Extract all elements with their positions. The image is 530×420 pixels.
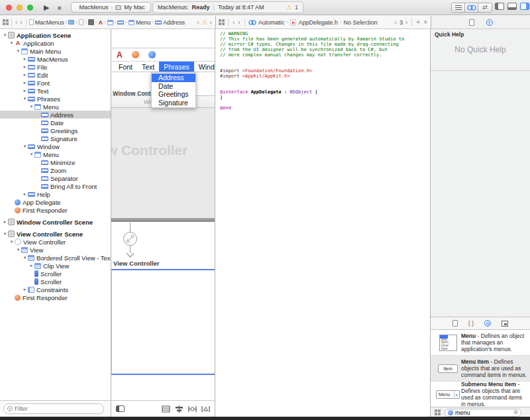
folder-icon[interactable]	[68, 20, 74, 25]
scheme-selector[interactable]: MacMenus › My Mac	[71, 2, 151, 13]
disclosure-triangle[interactable]: ▾	[9, 40, 15, 46]
code-line[interactable]: // more complex manual changes may not t…	[220, 52, 430, 58]
outline-item-bring-all-to-front[interactable]: Bring All to Front	[0, 182, 111, 190]
outline-item-view[interactable]: ▾View	[0, 246, 111, 254]
outline-item-edit[interactable]: ▸Edit	[0, 71, 111, 79]
application-crumb-icon[interactable]: A	[98, 19, 103, 26]
code-line[interactable]: @end	[220, 105, 430, 111]
outline-item-minimize[interactable]: Minimize	[0, 158, 111, 166]
warning-count[interactable]: 1	[295, 4, 298, 11]
stop-button[interactable]: ■	[57, 4, 61, 11]
library-item-submenu-menu-item[interactable]: Menu▸Submenu Menu Item - Defines objects…	[431, 382, 530, 407]
disclosure-triangle[interactable]: ▸	[28, 263, 34, 268]
outline-item-view-controller-scene[interactable]: ▾View Controller Scene	[0, 230, 111, 238]
breadcrumb-project[interactable]: MacMenus	[35, 19, 64, 26]
toggle-utilities-button[interactable]	[520, 3, 529, 10]
close-window-button[interactable]	[6, 5, 12, 11]
code-snippet-library-icon[interactable]: { }	[468, 321, 474, 327]
designed-menu-font[interactable]: Font	[114, 62, 137, 72]
assistant-file[interactable]: AppDelegate.h	[298, 19, 338, 26]
disclosure-triangle[interactable]: ▾	[22, 96, 28, 101]
disclosure-triangle[interactable]: ▾	[28, 104, 34, 109]
outline-item-app-delegate[interactable]: App Delegate	[0, 198, 111, 206]
file-icon[interactable]	[79, 19, 83, 25]
outline-item-zoom[interactable]: Zoom	[0, 166, 111, 174]
disclosure-triangle[interactable]: ▸	[22, 80, 28, 85]
outline-item-menu[interactable]: ▾Menu	[0, 103, 111, 111]
add-assistant-button[interactable]: +	[415, 19, 421, 26]
menu-item-crumb-icon[interactable]	[117, 21, 124, 25]
disclosure-triangle[interactable]: ▸	[22, 88, 28, 93]
first-responder-icon[interactable]	[132, 51, 139, 58]
file-template-library-icon[interactable]	[452, 320, 458, 327]
dropdown-item-date[interactable]: Date	[152, 82, 195, 91]
back-button[interactable]: ‹	[232, 19, 235, 26]
disclosure-triangle[interactable]: ▾	[15, 247, 21, 252]
run-button[interactable]: ▶	[44, 3, 49, 12]
outline-item-first-responder[interactable]: First Responder	[0, 293, 111, 301]
forward-button[interactable]: ›	[19, 19, 23, 26]
project-doc-icon[interactable]	[29, 19, 34, 25]
outline-item-font[interactable]: ▸Font	[0, 79, 111, 87]
outline-item-main-menu[interactable]: ▾Main Menu	[0, 47, 111, 55]
code-line[interactable]: @interface AppDelegate : NSObject {	[220, 89, 430, 95]
pin-constraints-button[interactable]	[188, 405, 197, 413]
next-issue-button[interactable]: ›	[209, 19, 213, 26]
outline-item-first-responder[interactable]: First Responder	[0, 206, 111, 214]
toggle-debug-area-button[interactable]	[507, 3, 517, 10]
back-button[interactable]: ‹	[15, 19, 18, 26]
issue-warning-icon[interactable]: ⚠	[202, 19, 207, 26]
outline-item-window-controller-scene[interactable]: ▸Window Controller Scene	[0, 218, 111, 226]
assistant-editor-button[interactable]	[465, 3, 478, 12]
breadcrumb-menu[interactable]: Menu	[136, 19, 151, 26]
breadcrumb-item[interactable]: Address	[163, 19, 185, 26]
code-line[interactable]: // This file has been generated automati…	[220, 36, 430, 42]
filter-input[interactable]	[15, 405, 100, 412]
disclosure-triangle[interactable]: ▾	[2, 231, 8, 236]
disclosure-triangle[interactable]: ▾	[2, 32, 8, 38]
code-line[interactable]	[220, 63, 430, 68]
library-item-menu-item[interactable]: ItemMenu Item - Defines objects that are…	[431, 356, 530, 382]
code-line[interactable]: #import <Foundation/Foundation.h>	[220, 68, 430, 74]
clear-search-icon[interactable]: ⊗	[513, 409, 518, 415]
history-forward-button[interactable]: ›	[405, 19, 408, 26]
outline-item-phrases[interactable]: ▾Phrases	[0, 95, 111, 103]
source-code-editor[interactable]: // WARNING// This file has been generate…	[215, 29, 431, 420]
outline-item-application-scene[interactable]: ▾Application Scene	[0, 31, 111, 39]
designed-menu-window[interactable]: Window	[194, 62, 215, 72]
library-search-input[interactable]	[455, 409, 511, 416]
zoom-window-button[interactable]	[27, 5, 33, 11]
toggle-document-outline-button[interactable]	[116, 405, 125, 412]
disclosure-triangle[interactable]: ▸	[22, 72, 28, 78]
related-items-icon[interactable]	[219, 19, 225, 25]
previous-issue-button[interactable]: ‹	[196, 19, 199, 26]
file-inspector-tab-icon[interactable]	[469, 19, 474, 26]
designed-menu-phrases[interactable]: Phrases	[159, 62, 194, 72]
outline-item-constraints[interactable]: ▸Constraints	[0, 286, 111, 293]
application-icon[interactable]: A	[117, 50, 123, 60]
menu-crumb-icon[interactable]	[129, 20, 134, 25]
forward-button[interactable]: ›	[237, 19, 240, 26]
outline-item-view-controller[interactable]: ▾View Controller	[0, 238, 111, 246]
code-line[interactable]	[220, 84, 430, 89]
embed-in-stack-button[interactable]	[162, 405, 170, 413]
library-view-toggle-icon[interactable]	[435, 409, 441, 415]
outline-item-separator[interactable]: Separator	[0, 174, 111, 182]
minimize-window-button[interactable]	[17, 5, 23, 11]
object-library-icon[interactable]	[484, 320, 491, 327]
disclosure-triangle[interactable]: ▾	[28, 152, 34, 157]
quick-help-tab-icon[interactable]: ?	[486, 19, 493, 26]
code-line[interactable]	[220, 58, 430, 63]
outline-item-date[interactable]: Date	[0, 119, 111, 127]
dropdown-item-greetings[interactable]: Greetings	[152, 90, 195, 99]
outline-item-scroller[interactable]: Scroller	[0, 270, 111, 278]
outline-item-greetings[interactable]: Greetings	[0, 127, 111, 134]
outline-item-scroller[interactable]: Scroller	[0, 278, 111, 286]
view-controller-view[interactable]	[111, 269, 215, 375]
disclosure-triangle[interactable]: ▸	[22, 191, 28, 197]
standard-editor-button[interactable]	[452, 3, 465, 12]
disclosure-triangle[interactable]: ▸	[22, 64, 28, 70]
code-line[interactable]: // mirror C# types. Changes in this file…	[220, 42, 430, 47]
toggle-navigator-button[interactable]	[495, 3, 504, 10]
disclosure-triangle[interactable]: ▸	[2, 219, 8, 225]
